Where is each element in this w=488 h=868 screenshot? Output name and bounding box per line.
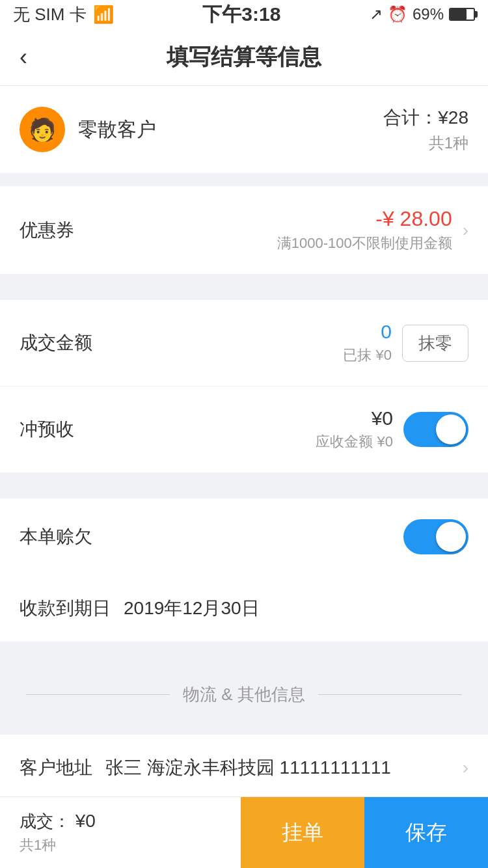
divider-left xyxy=(26,694,170,695)
debt-section: 本单赊欠 收款到期日 2019年12月30日 xyxy=(0,498,488,642)
chevron-right-icon: › xyxy=(463,220,468,241)
coupon-amount: -¥ 28.00 xyxy=(277,207,452,231)
customer-section: 🧑 零散客户 合计：¥28 共1种 xyxy=(0,86,488,173)
coupon-value: -¥ 28.00 满1000-100不限制使用金额 xyxy=(277,207,452,253)
debt-toggle-knob xyxy=(436,522,466,552)
debt-toggle[interactable] xyxy=(403,519,468,554)
coupon-label: 优惠券 xyxy=(20,218,74,243)
due-date-row: 收款到期日 2019年12月30日 xyxy=(0,575,488,642)
debt-label: 本单赊欠 xyxy=(20,524,92,549)
save-button[interactable]: 保存 xyxy=(364,797,488,869)
coupon-right: -¥ 28.00 满1000-100不限制使用金额 › xyxy=(277,207,468,253)
separator-3 xyxy=(0,655,488,668)
carrier-text: 无 SIM 卡 xyxy=(13,3,87,26)
due-date-value: 2019年12月30日 xyxy=(124,596,260,621)
prepayment-subtext: 应收金额 ¥0 xyxy=(316,432,393,452)
page-title: 填写结算等信息 xyxy=(167,42,321,72)
deal-amount-value: 0 xyxy=(343,321,392,343)
address-section: 客户地址 张三 海淀永丰科技园 11111111111 › xyxy=(0,735,488,801)
separator-1 xyxy=(0,287,488,300)
bottom-count: 共1种 xyxy=(20,835,221,855)
separator-2 xyxy=(0,485,488,498)
prepayment-right: ¥0 应收金额 ¥0 xyxy=(316,407,468,452)
prepayment-label: 冲预收 xyxy=(20,417,74,442)
total-price: 合计：¥28 xyxy=(383,105,468,130)
divider-right xyxy=(318,694,462,695)
status-bar: 无 SIM 卡 📶 下午3:18 ↗ ⏰ 69% xyxy=(0,0,488,29)
debt-row: 本单赊欠 xyxy=(0,498,488,575)
debt-right xyxy=(403,519,468,554)
address-value: 张三 海淀永丰科技园 11111111111 xyxy=(105,755,391,780)
bottom-deal-amount: ¥0 xyxy=(75,811,96,831)
deal-prepay-section: 成交金额 0 已抹 ¥0 抹零 冲预收 ¥0 应收金额 ¥0 xyxy=(0,300,488,472)
location-icon: ↗ xyxy=(370,5,383,23)
address-content: 客户地址 张三 海淀永丰科技园 11111111111 xyxy=(20,755,391,780)
logistics-label: 物流 & 其他信息 xyxy=(183,683,305,706)
logistics-header: 物流 & 其他信息 xyxy=(0,668,488,722)
customer-total: 合计：¥28 共1种 xyxy=(383,105,468,154)
battery-percent: 69% xyxy=(413,5,444,23)
prepayment-toggle[interactable] xyxy=(403,412,468,447)
deal-amount-label: 成交金额 xyxy=(20,331,92,355)
alarm-icon: ⏰ xyxy=(388,5,407,23)
deal-amount-right: 0 已抹 ¥0 抹零 xyxy=(343,321,468,365)
deal-amount-row: 成交金额 0 已抹 ¥0 抹零 xyxy=(0,300,488,386)
customer-info: 🧑 零散客户 xyxy=(20,107,156,152)
total-count: 共1种 xyxy=(383,133,468,154)
wifi-icon: 📶 xyxy=(93,5,114,25)
deal-amount-subtext: 已抹 ¥0 xyxy=(343,346,392,365)
address-row[interactable]: 客户地址 张三 海淀永丰科技园 11111111111 › xyxy=(0,735,488,801)
address-label: 客户地址 xyxy=(20,755,92,780)
toggle-knob xyxy=(436,414,466,444)
separator-4 xyxy=(0,722,488,735)
coupon-desc: 满1000-100不限制使用金额 xyxy=(277,234,452,253)
avatar-icon: 🧑 xyxy=(29,116,56,142)
bottom-deal-line: 成交： ¥0 xyxy=(20,810,221,833)
coupon-row[interactable]: 优惠券 -¥ 28.00 满1000-100不限制使用金额 › xyxy=(0,186,488,274)
avatar: 🧑 xyxy=(20,107,65,152)
status-left: 无 SIM 卡 📶 xyxy=(13,3,114,26)
prepayment-amount: ¥0 xyxy=(316,407,393,429)
customer-name: 零散客户 xyxy=(78,116,156,143)
back-button[interactable]: ‹ xyxy=(20,44,27,71)
hang-button[interactable]: 挂单 xyxy=(241,797,364,869)
bottom-summary: 成交： ¥0 共1种 xyxy=(0,810,241,855)
address-chevron-icon: › xyxy=(463,757,468,778)
status-time: 下午3:18 xyxy=(202,1,280,28)
bottom-bar: 成交： ¥0 共1种 挂单 保存 xyxy=(0,796,488,868)
prepayment-row: 冲预收 ¥0 应收金额 ¥0 xyxy=(0,386,488,472)
due-date-label: 收款到期日 xyxy=(20,596,111,621)
coupon-section: 优惠券 -¥ 28.00 满1000-100不限制使用金额 › xyxy=(0,186,488,274)
battery-icon xyxy=(449,8,475,21)
status-right: ↗ ⏰ 69% xyxy=(370,5,475,23)
nav-bar: ‹ 填写结算等信息 xyxy=(0,29,488,86)
bottom-deal-label: 成交： xyxy=(20,811,70,831)
round-zero-button[interactable]: 抹零 xyxy=(402,325,468,362)
